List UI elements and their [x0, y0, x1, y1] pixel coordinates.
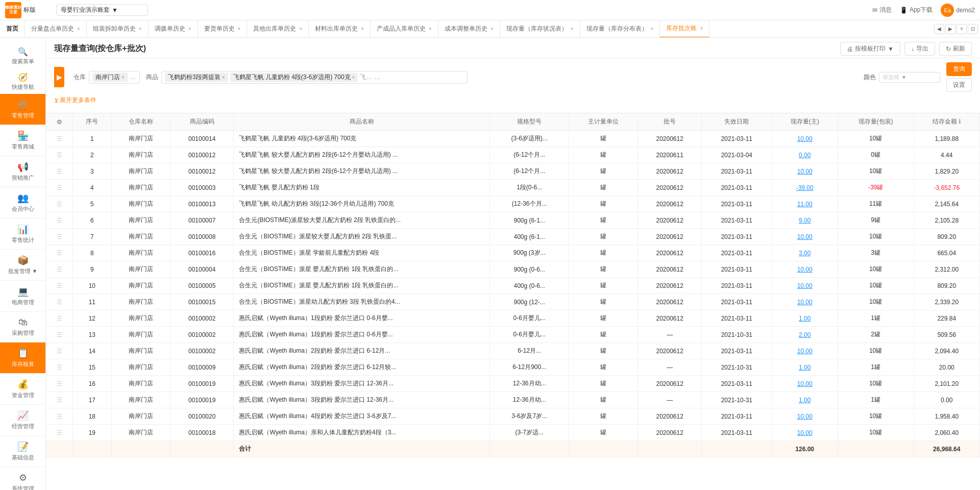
row-setting-icon[interactable]: ☰	[57, 217, 62, 224]
sidebar-item-management[interactable]: 📈 经营管理	[0, 405, 45, 436]
close-icon[interactable]: ×	[188, 26, 191, 32]
user-area[interactable]: Ea demo2	[941, 4, 975, 17]
username: demo2	[956, 7, 975, 14]
sidebar-item-lingstats[interactable]: 📊 零售统计	[0, 218, 45, 250]
warehouse-tag-container[interactable]: 南岸门店 × …	[89, 71, 140, 84]
sidebar-item-basic[interactable]: 📝 基础信息	[0, 436, 45, 467]
close-icon[interactable]: ×	[139, 26, 142, 32]
product-tag-container[interactable]: 飞鹤奶粉3段两提装 × 飞鹤星飞帆 儿童奶粉 4段(3-6岁适用) 700克 ×…	[161, 71, 468, 84]
export-button[interactable]: ↓ 导出	[904, 42, 935, 56]
row-expire: 2021-10-31	[701, 392, 772, 408]
product-1-close-icon[interactable]: ×	[222, 75, 225, 80]
settings-btn[interactable]: 设置	[946, 78, 972, 92]
row-stock-pkg: 10罐	[838, 261, 914, 278]
tab-chan-pin[interactable]: 产成品入库单历史 ×	[371, 20, 438, 38]
expand-more-button[interactable]: ⊻ 展开更多条件	[54, 94, 972, 107]
nav-prev-button[interactable]: ◀	[934, 24, 944, 34]
close-icon[interactable]: ×	[77, 26, 80, 32]
sidebar-item-inventory[interactable]: 📋 库存核算	[0, 342, 45, 374]
row-setting-icon[interactable]: ☰	[57, 250, 62, 257]
row-warehouse: 南岸门店	[111, 212, 170, 229]
close-icon[interactable]: ×	[238, 26, 241, 32]
row-setting-icon[interactable]: ☰	[57, 299, 62, 306]
row-setting-icon[interactable]: ☰	[57, 413, 62, 420]
tab-home[interactable]: 首页	[0, 20, 25, 38]
tab-xian-cun-ku[interactable]: 现存量（库存状况表） ×	[500, 20, 580, 38]
row-settings: ☰	[46, 392, 73, 408]
sidebar-item-finance[interactable]: 💰 资金管理	[0, 374, 45, 405]
close-icon[interactable]: ×	[571, 26, 574, 32]
settings-icon[interactable]: ⚙	[57, 118, 62, 126]
print-button[interactable]: 🖨 按模板打印 ▼	[840, 42, 900, 56]
row-setting-icon[interactable]: ☰	[57, 315, 62, 322]
row-setting-icon[interactable]: ☰	[57, 429, 62, 436]
sidebar-item-lingshow[interactable]: 🛒 零售管理	[0, 94, 45, 125]
color-filter-container[interactable]: 请选择 ▼	[879, 72, 940, 83]
row-stock-pkg: 10罐	[838, 408, 914, 425]
tab-qi-ta-chu[interactable]: 其他出库单历史 ×	[247, 20, 309, 38]
row-setting-icon[interactable]: ☰	[57, 184, 62, 191]
message-button[interactable]: ✉ 消息	[872, 6, 892, 14]
search-area[interactable]: 🔍 搜索英单	[0, 43, 45, 69]
row-setting-icon[interactable]: ☰	[57, 201, 62, 208]
tab-cai-liao[interactable]: 材料出库单历史 ×	[309, 20, 371, 38]
row-setting-icon[interactable]: ☰	[57, 135, 62, 142]
product-dots[interactable]: …	[374, 74, 380, 81]
sidebar-item-system[interactable]: ⚙ 系统管理	[0, 467, 45, 490]
row-spec: (6-12个月...	[490, 163, 569, 180]
tab-xian-cun-fb[interactable]: 现存量（库存分布表） ×	[580, 20, 660, 38]
query-button[interactable]: 查询	[946, 62, 972, 76]
row-name: 飞鹤星飞帆 幼儿配方奶粉 3段(12-36个月幼儿适用) 700克	[234, 196, 490, 212]
row-setting-icon[interactable]: ☰	[57, 168, 62, 175]
expand-button[interactable]: ▶	[54, 67, 64, 87]
tab-zu-chai[interactable]: 组装拆卸单历史 ×	[87, 20, 149, 38]
close-icon[interactable]: ×	[700, 26, 703, 31]
row-name: 惠氏启赋（Wyeth illuma）4段奶粉 爱尔兰进口 3-6岁及7...	[234, 408, 490, 425]
row-setting-icon[interactable]: ☰	[57, 348, 62, 355]
row-setting-icon[interactable]: ☰	[57, 331, 62, 338]
sidebar-item-ecom[interactable]: 💻 电商管理	[0, 281, 45, 312]
tab-fen-pan[interactable]: 分量盘点单历史 ×	[25, 20, 87, 38]
warehouse-more[interactable]: …	[130, 74, 136, 81]
sidebar-item-lingshop[interactable]: 🏪 零售商城	[0, 125, 45, 156]
tab-yao-huo[interactable]: 要货单历史 ×	[198, 20, 248, 38]
sidebar-item-member[interactable]: 👥 会员中心	[0, 187, 45, 218]
tab-cheng-ben[interactable]: 成本调整单历史 ×	[438, 20, 500, 38]
row-setting-icon[interactable]: ☰	[57, 282, 62, 289]
sidebar-item-purchase[interactable]: 🛍 采购管理	[0, 312, 45, 342]
row-setting-icon[interactable]: ☰	[57, 233, 62, 240]
tab-ku-cun-pi[interactable]: 库存批次账 ×	[660, 20, 709, 38]
warehouse-close-icon[interactable]: ×	[121, 75, 125, 80]
tab-diao-bo[interactable]: 调拨单历史 ×	[149, 20, 198, 38]
top-right: ✉ 消息 📱 App下载 Ea demo2	[872, 4, 975, 17]
row-unit: 罐	[569, 408, 638, 425]
row-setting-icon[interactable]: ☰	[57, 266, 62, 273]
close-icon[interactable]: ×	[361, 26, 364, 32]
sidebar-item-marketing[interactable]: 📢 营销推广	[0, 156, 45, 187]
store-selector[interactable]: 母婴行业演示账套 ▼	[56, 4, 148, 16]
close-icon[interactable]: ×	[491, 26, 494, 32]
row-setting-icon[interactable]: ☰	[57, 364, 62, 371]
close-icon[interactable]: ×	[299, 26, 302, 32]
refresh-button[interactable]: ↻ 刷新	[939, 42, 972, 56]
close-icon[interactable]: ×	[429, 26, 432, 32]
row-setting-icon[interactable]: ☰	[57, 397, 62, 404]
product-more[interactable]: 飞…	[360, 73, 372, 82]
row-expire: 2021-03-11	[701, 294, 772, 310]
table-row: ☰ 4 南岸门店 00100003 飞鹤星飞帆 婴儿配方奶粉 1段 1段(0-6…	[46, 180, 980, 196]
row-setting-icon[interactable]: ☰	[57, 152, 62, 159]
product-2-close-icon[interactable]: ×	[352, 75, 355, 80]
nav-next-button[interactable]: ▶	[945, 24, 955, 34]
app-download-button[interactable]: 📱 App下载	[900, 6, 933, 14]
sidebar-item-pifa[interactable]: 📦 批发管理 ▼	[0, 250, 45, 281]
nav-close-button[interactable]: ×	[957, 24, 967, 34]
row-setting-icon[interactable]: ☰	[57, 380, 62, 387]
close-icon[interactable]: ×	[651, 26, 654, 32]
table-row: ☰ 13 南岸门店 00100002 惠氏启赋（Wyeth illuma）1段奶…	[46, 327, 980, 343]
row-stock-main: 10.00	[772, 425, 838, 441]
quick-nav[interactable]: 🧭 快捷导航	[0, 69, 45, 94]
row-amount: 2,105.28	[914, 212, 979, 229]
row-no: 1	[73, 131, 111, 147]
nav-expand-button[interactable]: ⊡	[968, 24, 978, 34]
row-warehouse: 南岸门店	[111, 343, 170, 359]
